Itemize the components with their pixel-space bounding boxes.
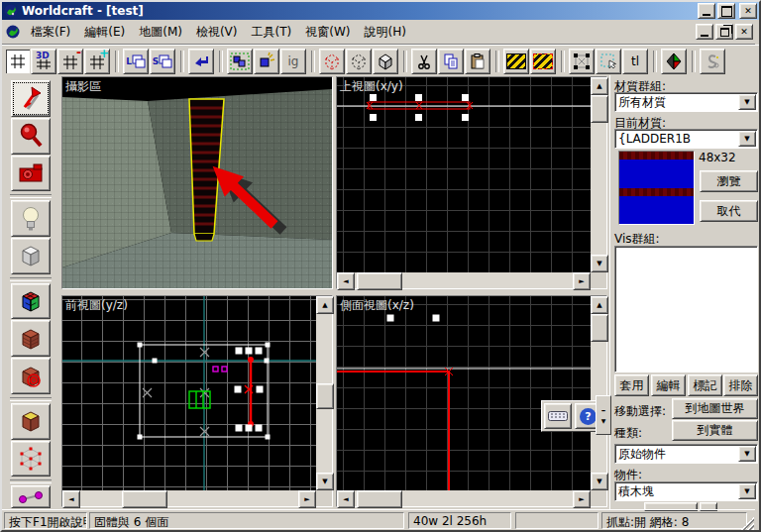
document-icon[interactable]: [6, 25, 20, 39]
scroll-left-button[interactable]: [337, 272, 355, 290]
status-help: 按下F1開啟說明: [4, 512, 87, 529]
objects-select[interactable]: 積木塊: [614, 481, 758, 501]
to-world-button[interactable]: 到地圖世界: [672, 398, 758, 419]
category-select[interactable]: 原始物件: [614, 444, 758, 464]
menu-item-file[interactable]: 檔案(F): [24, 21, 77, 44]
tool-apply-texture[interactable]: [11, 320, 51, 357]
tool-clipping[interactable]: [11, 403, 51, 440]
cordon-edit-button[interactable]: [503, 49, 529, 74]
paste-button[interactable]: [465, 49, 490, 74]
scroll-left-button[interactable]: [62, 490, 80, 508]
hscroll-thumb[interactable]: [357, 490, 402, 508]
tool-vertex[interactable]: [11, 441, 51, 478]
dropdown-arrow-icon[interactable]: [738, 483, 756, 499]
scroll-up-button[interactable]: [591, 77, 608, 95]
menu-item-view[interactable]: 檢視(V): [189, 21, 245, 44]
camera-viewport[interactable]: 攝影區: [61, 76, 333, 289]
tool-toggle-textures[interactable]: [11, 283, 51, 320]
vis-apply-button[interactable]: 套用: [614, 374, 649, 396]
scroll-down-button[interactable]: [316, 473, 334, 490]
mdi-minimize-button[interactable]: [696, 24, 713, 40]
tool-block[interactable]: [11, 238, 51, 274]
tool-entity[interactable]: [11, 200, 51, 237]
menu-item-map[interactable]: 地圖(M): [132, 21, 189, 44]
scroll-up-button[interactable]: [316, 296, 334, 314]
show-all-button[interactable]: [373, 49, 398, 74]
dropdown-arrow-icon[interactable]: [738, 446, 756, 462]
mdi-restore-button[interactable]: [715, 24, 733, 40]
texture-application-button[interactable]: [661, 49, 687, 74]
scroll-right-button[interactable]: [573, 272, 591, 290]
split-face-button[interactable]: [700, 49, 725, 74]
cut-button[interactable]: [411, 49, 437, 74]
current-texture-value: {LADDER1B: [615, 132, 738, 146]
close-button[interactable]: [739, 3, 757, 19]
texture-group-select[interactable]: 所有材質: [614, 92, 758, 112]
keyboard-icon: [548, 409, 568, 423]
texture-size-label: 48x32: [699, 151, 736, 164]
texture-lock-button[interactable]: tl: [622, 49, 648, 74]
top-view-vscrollbar[interactable]: [591, 77, 606, 272]
undo-button[interactable]: [188, 49, 214, 74]
floating-toolbar-grip[interactable]: [596, 395, 611, 435]
cascade-large-button[interactable]: L: [123, 49, 149, 74]
cascade-small-button[interactable]: S: [150, 49, 175, 74]
scroll-up-button[interactable]: [591, 296, 608, 314]
scroll-down-button[interactable]: [591, 473, 608, 490]
menu-item-help[interactable]: 說明(H): [357, 21, 412, 44]
front-view-vscrollbar[interactable]: [316, 296, 332, 490]
selection-handles-button[interactable]: [569, 49, 595, 74]
select-cursor-button[interactable]: [596, 49, 621, 74]
tool-selection[interactable]: [11, 80, 51, 117]
maximize-button[interactable]: [717, 3, 735, 19]
tool-apply-decals[interactable]: [11, 358, 51, 394]
vis-groups-list[interactable]: [614, 246, 758, 372]
to-entity-button[interactable]: 到實體: [672, 420, 758, 441]
top-view-hscrollbar[interactable]: [337, 272, 591, 288]
scroll-right-button[interactable]: [298, 490, 316, 508]
toggle-grid-button[interactable]: [6, 50, 30, 73]
side-view-vscrollbar[interactable]: [591, 296, 606, 490]
side-view-hscrollbar[interactable]: [337, 490, 591, 506]
vscroll-thumb[interactable]: [316, 383, 334, 409]
mdi-close-button[interactable]: [735, 24, 753, 40]
cordon-toggle-button[interactable]: [530, 49, 556, 74]
vis-edit-button[interactable]: 編輯: [651, 374, 686, 396]
front-view-hscrollbar[interactable]: [62, 490, 316, 506]
resize-grip[interactable]: [741, 517, 754, 530]
tool-path[interactable]: [11, 485, 51, 508]
vscroll-thumb[interactable]: [591, 314, 608, 342]
larger-grid-button[interactable]: +: [84, 49, 110, 74]
replace-button[interactable]: 取代: [700, 200, 758, 222]
hscroll-thumb[interactable]: [122, 490, 167, 508]
menu-item-tools[interactable]: 工具(T): [245, 21, 299, 44]
vis-purge-button[interactable]: 排除: [723, 374, 758, 396]
group-button[interactable]: [227, 49, 253, 74]
keyboard-button[interactable]: [544, 403, 572, 429]
hscroll-thumb[interactable]: [357, 272, 402, 290]
scroll-down-button[interactable]: [591, 255, 608, 272]
dropdown-arrow-icon[interactable]: [738, 131, 756, 147]
toggle-3d-grid-button[interactable]: 3D: [31, 49, 56, 74]
hide-unselected-button[interactable]: [346, 49, 372, 74]
scroll-left-button[interactable]: [337, 490, 355, 508]
smaller-grid-button[interactable]: -: [57, 49, 83, 74]
copy-button[interactable]: [438, 49, 464, 74]
ignore-groups-button[interactable]: ig: [280, 49, 306, 74]
tool-camera[interactable]: [11, 156, 51, 192]
browse-button[interactable]: 瀏覽: [700, 170, 758, 192]
vis-mark-button[interactable]: 標記: [688, 374, 722, 396]
brick-cube-icon: [15, 323, 47, 355]
ungroup-button[interactable]: [254, 49, 279, 74]
menu-item-edit[interactable]: 編輯(E): [77, 21, 132, 44]
tool-magnify[interactable]: [11, 118, 51, 155]
hide-selected-button[interactable]: [319, 49, 345, 74]
vscroll-thumb[interactable]: [591, 95, 608, 123]
minimize-button[interactable]: [698, 3, 715, 19]
current-texture-select[interactable]: {LADDER1B: [614, 129, 758, 149]
dropdown-arrow-icon[interactable]: [738, 94, 756, 110]
minimize-icon: [703, 7, 710, 16]
scroll-right-button[interactable]: [573, 490, 591, 508]
front-viewport: 前視圖(y/z): [61, 295, 333, 507]
menu-item-window[interactable]: 視窗(W): [298, 21, 357, 44]
